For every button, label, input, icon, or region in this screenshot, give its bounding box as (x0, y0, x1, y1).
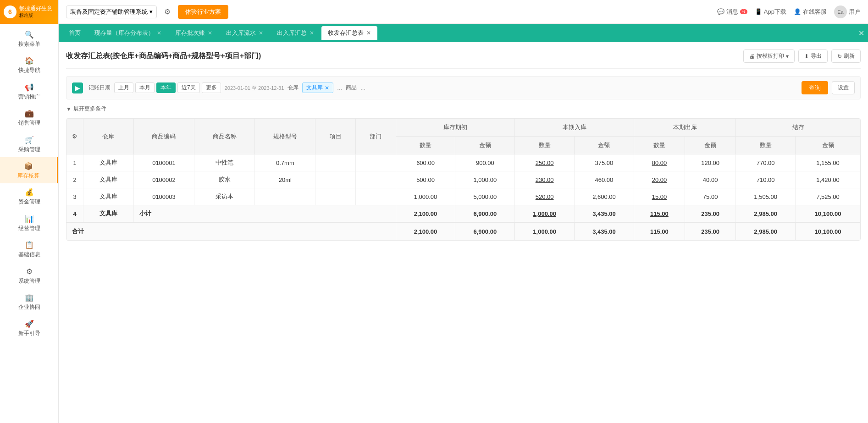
row-out-qty[interactable]: 15.00 (634, 188, 685, 205)
warehouse-filter-tag: 文具库 ✕ (302, 82, 333, 93)
page-title-row: 收发存汇总表(按仓库+商品编码+商品+规格型号+项目+部门) 🖨 按模板打印 ▾… (66, 49, 861, 69)
warehouse-more[interactable]: ... (337, 84, 342, 91)
date-btn-7days[interactable]: 近7天 (177, 82, 200, 93)
app-download-item[interactable]: 📱 App下载 (755, 8, 786, 16)
row-project (315, 171, 356, 188)
tabbar-close-icon[interactable]: ✕ (858, 29, 864, 38)
row-warehouse: 文具库 (83, 154, 134, 171)
trial-btn[interactable]: 体验行业方案 (178, 5, 228, 19)
sidebar-icon-system: ⚙ (26, 267, 33, 276)
date-btn-prev-month[interactable]: 上月 (114, 82, 133, 93)
row-department (356, 171, 396, 188)
tab-close-inventory-dist[interactable]: ✕ (157, 30, 161, 36)
subtotal-open-qty: 2,100.00 (396, 205, 455, 223)
warehouse-tag-close[interactable]: ✕ (325, 85, 329, 91)
sidebar-item-system[interactable]: ⚙系统管理 (0, 263, 58, 289)
tab-label-recv-send-summary: 收发存汇总表 (328, 29, 364, 37)
messages-item[interactable]: 💬 消息 6 (717, 8, 747, 16)
tab-inout-summary[interactable]: 出入库汇总✕ (271, 26, 321, 40)
row-out-qty[interactable]: 20.00 (634, 171, 685, 188)
message-icon: 💬 (717, 8, 724, 15)
row-close-amt: 1,420.00 (796, 171, 860, 188)
row-in-qty[interactable]: 230.00 (515, 171, 575, 188)
tab-label-inout-flow: 出入库流水 (226, 29, 256, 37)
sidebar-item-sales[interactable]: 💼销售管理 (0, 104, 58, 131)
sidebar: 6 畅捷通好生意 标准版 🔍搜索菜单🏠快捷导航📢营销推广💼销售管理🛒采购管理📦库… (0, 0, 59, 423)
expand-more-btn[interactable]: ▼ 展开更多条件 (66, 105, 861, 113)
tab-inout-flow[interactable]: 出入库流水✕ (220, 26, 270, 40)
print-btn[interactable]: 🖨 按模板打印 ▾ (743, 49, 795, 63)
goods-filter-label: 商品 (346, 84, 357, 92)
row-goods-code: 0100001 (133, 154, 194, 171)
tab-home[interactable]: 首页 (62, 26, 87, 40)
system-title-select[interactable]: 装备及固定资产辅助管理系统 ▾ (66, 5, 157, 18)
row-goods-spec: 0.7mm (255, 154, 315, 171)
warehouse-filter-label: 仓库 (287, 84, 299, 92)
topbar-right: 💬 消息 6 📱 App下载 👤 在线客服 Ea 用户 (717, 5, 861, 18)
sidebar-icon-purchase: 🛒 (25, 136, 34, 144)
user-item[interactable]: Ea 用户 (834, 5, 861, 18)
main-area: 装备及固定资产辅助管理系统 ▾ ⚙ 体验行业方案 💬 消息 6 📱 App下载 … (59, 0, 868, 423)
tab-recv-send-summary[interactable]: 收发存汇总表✕ (321, 26, 377, 40)
sidebar-item-marketing[interactable]: 📢营销推广 (0, 78, 58, 104)
expand-btn-label: 展开更多条件 (73, 105, 106, 113)
print-icon: 🖨 (749, 53, 755, 60)
refresh-btn[interactable]: ↻ 刷新 (831, 49, 861, 63)
sidebar-item-operations[interactable]: 📊经营管理 (0, 210, 58, 236)
sidebar-icon-enterprise: 🏢 (25, 293, 34, 302)
th-department: 部门 (356, 119, 396, 154)
th-goods-spec: 规格型号 (255, 119, 315, 154)
tab-close-inout-flow[interactable]: ✕ (259, 30, 263, 36)
export-btn[interactable]: ⬇ 导出 (798, 49, 828, 63)
goods-more[interactable]: ... (360, 84, 365, 91)
topbar-gear-icon[interactable]: ⚙ (162, 5, 172, 18)
table-footer-row: 合计 2,100.00 6,900.00 1,000.00 3,435.00 1… (66, 222, 860, 240)
row-no: 3 (66, 188, 83, 205)
table-row: 3 文具库 0100003 采访本 1,000.00 5,000.00 520.… (66, 188, 860, 205)
subtotal-warehouse: 文具库 (83, 205, 134, 223)
sidebar-item-search[interactable]: 🔍搜索菜单 (0, 26, 58, 52)
sidebar-item-finance[interactable]: 💰资金管理 (0, 183, 58, 209)
topbar: 装备及固定资产辅助管理系统 ▾ ⚙ 体验行业方案 💬 消息 6 📱 App下载 … (59, 0, 868, 24)
sidebar-icon-base-info: 📋 (25, 241, 34, 249)
tab-inventory-dist[interactable]: 现存量（库存分布表）✕ (88, 26, 168, 40)
row-no: 2 (66, 171, 83, 188)
row-in-amt: 2,600.00 (575, 188, 634, 205)
row-out-qty[interactable]: 80.00 (634, 154, 685, 171)
date-btn-more[interactable]: 更多 (202, 82, 221, 93)
tab-close-inout-summary[interactable]: ✕ (310, 30, 314, 36)
subtotal-in-amt: 3,435.00 (575, 205, 634, 223)
row-goods-name: 胶水 (194, 171, 255, 188)
sidebar-icon-search: 🔍 (25, 30, 34, 39)
th-warehouse: 仓库 (83, 119, 134, 154)
tab-batch-ledger[interactable]: 库存批次账✕ (169, 26, 219, 40)
sidebar-item-enterprise[interactable]: 🏢企业协同 (0, 289, 58, 315)
sidebar-item-inventory[interactable]: 📦库存核算 (0, 157, 58, 183)
date-btns: 上月 本月 本年 近7天 更多 (114, 82, 221, 93)
date-btn-this-year[interactable]: 本年 (156, 82, 176, 93)
th-out-amt: 金额 (685, 137, 736, 154)
query-btn[interactable]: 查询 (802, 81, 828, 94)
date-range-text: 2023-01-01 至 2023-12-31 (225, 85, 284, 92)
row-in-qty[interactable]: 250.00 (515, 154, 575, 171)
row-out-amt: 75.00 (685, 188, 736, 205)
export-icon: ⬇ (804, 53, 809, 60)
row-department (356, 188, 396, 205)
subtotal-row: 4 文具库 小计 2,100.00 6,900.00 1,000.00 3,43… (66, 205, 860, 223)
dropdown-icon: ▾ (149, 8, 153, 15)
online-service-item[interactable]: 👤 在线客服 (794, 8, 827, 16)
filter-setting-btn[interactable]: 设置 (832, 81, 855, 94)
sidebar-item-quick-nav[interactable]: 🏠快捷导航 (0, 52, 58, 78)
sidebar-icon-inventory: 📦 (24, 162, 33, 170)
row-in-qty[interactable]: 520.00 (515, 188, 575, 205)
sidebar-item-guide[interactable]: 🚀新手引导 (0, 315, 58, 341)
filter-collapse-btn[interactable]: ▶ (72, 82, 83, 93)
tab-close-recv-send-summary[interactable]: ✕ (366, 30, 371, 36)
warehouse-tag-text: 文具库 (306, 84, 323, 92)
sidebar-item-base-info[interactable]: 📋基础信息 (0, 236, 58, 262)
th-in-amt: 金额 (575, 137, 634, 154)
sidebar-item-purchase[interactable]: 🛒采购管理 (0, 131, 58, 157)
sidebar-label-marketing: 营销推广 (18, 93, 40, 100)
date-btn-this-month[interactable]: 本月 (135, 82, 155, 93)
tab-close-batch-ledger[interactable]: ✕ (208, 30, 212, 36)
